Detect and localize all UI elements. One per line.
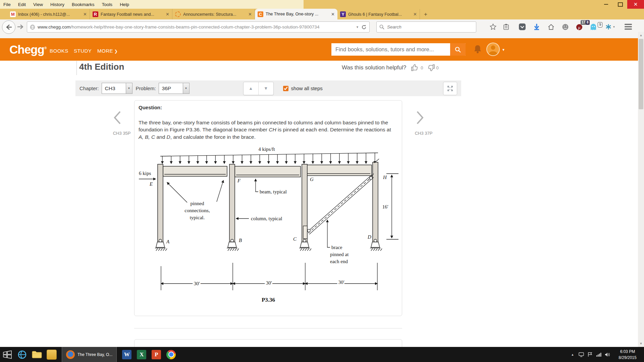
tab-gmail-inbox[interactable]: M Inbox (406) - chris.h112@... ✕ [7, 9, 90, 19]
tab-close-icon[interactable]: ✕ [164, 12, 169, 17]
close-icon: ✕ [634, 1, 638, 7]
tab-announcements[interactable]: Announcements: Structura... ✕ [172, 9, 255, 19]
tab-yahoo-fantasy[interactable]: Y Ghouls 6 | Fantasy Footbal... ✕ [337, 9, 420, 19]
word-icon[interactable]: W [119, 347, 134, 362]
chegg-header: Chegg® BOOKS STUDY MORE ❯ ▼ [0, 38, 644, 61]
prev-problem-label[interactable]: CH3 35P [107, 131, 137, 136]
menu-view[interactable]: View [33, 2, 43, 7]
reload-icon[interactable] [361, 24, 367, 30]
svg-text:connections,: connections, [184, 208, 210, 213]
site-globe-icon [30, 24, 35, 30]
yellow-app-icon[interactable] [44, 347, 59, 362]
avatar[interactable] [486, 43, 500, 56]
windows-logo-icon [3, 350, 12, 359]
excel-icon[interactable]: X [134, 347, 149, 362]
tab-title: The Three Bay, One-story ... [266, 12, 329, 16]
menu-edit[interactable]: Edit [18, 2, 26, 7]
step-nav-buttons: ▲ ▼ [243, 82, 274, 95]
nav-more[interactable]: MORE ❯ [97, 48, 118, 54]
browser-search-input[interactable] [386, 24, 473, 30]
tray-display-icon[interactable] [577, 347, 586, 362]
browser-search-bar[interactable] [376, 21, 476, 33]
tray-network-icon[interactable] [594, 347, 603, 362]
next-problem-chevron[interactable] [416, 111, 424, 125]
svg-text:30′: 30′ [338, 280, 344, 285]
problem-select[interactable]: 36P ▼ [159, 83, 190, 94]
windows-taskbar: The Three Bay, O... W X P ▲ 6:03 PM 8/29… [0, 347, 644, 362]
fullscreen-button[interactable] [443, 82, 457, 95]
menu-history[interactable]: History [50, 2, 64, 7]
tab-close-icon[interactable]: ✕ [329, 12, 335, 17]
tab-title: Inbox (406) - chris.h112@... [18, 12, 81, 17]
share-icon[interactable]: ▼ [603, 21, 617, 32]
internet-explorer-icon[interactable] [15, 347, 30, 362]
next-problem-label[interactable]: CH3 37P [409, 131, 439, 136]
pocket-chevron-icon[interactable] [517, 21, 528, 32]
maximize-button[interactable] [613, 0, 627, 9]
scrollbar-thumb[interactable] [639, 39, 643, 109]
back-button[interactable] [2, 20, 15, 34]
tab-chegg-active[interactable]: C The Three Bay, One-story ... ✕ [255, 9, 337, 19]
scroll-up-icon[interactable]: ▲ [638, 33, 644, 38]
share-caret-icon: ▼ [613, 25, 615, 28]
tab-close-icon[interactable]: ✕ [81, 12, 87, 17]
minimize-button[interactable] [599, 0, 613, 9]
figure-caption: P3.36 [262, 297, 275, 303]
ghostery-icon[interactable]: 8 9 [588, 21, 599, 32]
menu-bookmarks[interactable]: Bookmarks [72, 2, 95, 7]
node-A: A [166, 239, 170, 244]
notifications-bell-icon[interactable] [473, 44, 482, 56]
chegg-logo[interactable]: Chegg® [9, 44, 46, 55]
download-arrow-icon[interactable] [531, 21, 542, 32]
file-explorer-icon[interactable] [30, 347, 44, 362]
nav-books[interactable]: BOOKS [50, 48, 68, 54]
minimize-icon [604, 4, 608, 5]
home-icon[interactable] [545, 21, 557, 32]
scroll-down-icon[interactable]: ▼ [638, 341, 644, 346]
step-down-button[interactable]: ▼ [259, 82, 273, 95]
powerpoint-icon[interactable]: P [149, 347, 164, 362]
thumbs-up-button[interactable]: 0 [411, 64, 423, 72]
node-E: E [149, 181, 153, 187]
nav-study[interactable]: STUDY [74, 48, 92, 54]
tab-close-icon[interactable]: ✕ [246, 12, 252, 17]
url-bar[interactable]: www.chegg.com/homework-help/three-bay-on… [27, 21, 370, 33]
menu-help[interactable]: Help [120, 2, 129, 7]
maximize-icon [618, 2, 623, 7]
bookmark-star-icon[interactable] [487, 21, 499, 32]
chegg-search-input[interactable] [331, 43, 450, 56]
new-tab-button[interactable]: + [420, 10, 431, 19]
likes-count: 0 [421, 65, 423, 70]
show-all-steps-checkbox[interactable] [283, 86, 288, 91]
url-dropdown-icon[interactable]: ▼ [354, 25, 361, 29]
tray-action-center-flag-icon[interactable] [586, 347, 594, 362]
tray-chevron-up-icon[interactable]: ▲ [568, 347, 577, 362]
svg-text:brace: brace [331, 245, 342, 250]
menu-tools[interactable]: Tools [102, 2, 113, 7]
account-chevron-down-icon[interactable]: ▼ [502, 48, 505, 52]
menu-file[interactable]: File [3, 2, 11, 7]
svg-text:pinned: pinned [191, 201, 204, 206]
start-button[interactable] [0, 347, 15, 362]
smiley-icon[interactable] [559, 21, 571, 32]
prev-problem-chevron[interactable] [113, 111, 121, 125]
tab-close-icon[interactable]: ✕ [411, 12, 417, 17]
tab-fantasy-news[interactable]: R Fantasy Football news and... ✕ [90, 9, 172, 19]
close-button[interactable]: ✕ [627, 0, 644, 9]
tray-volume-icon[interactable] [603, 347, 612, 362]
chapter-select[interactable]: CH3 ▼ [102, 83, 132, 94]
bookmarks-clipboard-icon[interactable] [500, 21, 512, 32]
hamburger-menu-icon[interactable] [623, 21, 634, 32]
ublock-mu-icon[interactable]: μ 17 [574, 21, 585, 32]
chrome-icon[interactable] [164, 347, 178, 362]
chegg-search-bar[interactable] [331, 43, 466, 56]
tab-title: Fantasy Football news and... [101, 12, 164, 17]
thumbs-down-button[interactable]: 0 [426, 64, 438, 72]
dashed-circle-icon [175, 11, 181, 17]
step-up-button[interactable]: ▲ [244, 82, 259, 95]
taskbar-clock[interactable]: 6:03 PM 8/29/2015 [614, 349, 641, 361]
forward-button[interactable] [16, 23, 24, 30]
person-icon [487, 43, 499, 55]
firefox-taskbar-button[interactable]: The Three Bay, O... [62, 347, 117, 362]
chegg-search-button[interactable] [450, 43, 466, 56]
